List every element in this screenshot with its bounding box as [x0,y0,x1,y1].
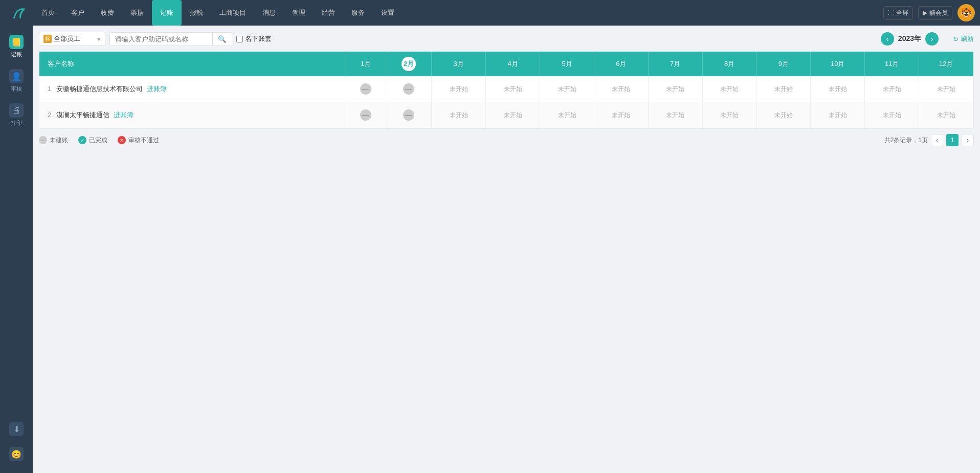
nav-tax[interactable]: 报税 [182,0,211,26]
page-footer: — 未建账 ✓ 已完成 ✕ 审核不通过 共2条记录，1页 ‹ 1 › [39,129,974,151]
search-button[interactable]: 🔍 [212,33,232,46]
total-records-label: 共2条记录，1页 [884,136,928,145]
next-year-button[interactable]: › [925,32,939,46]
user-icon: 😊 [9,447,24,461]
main-content: 标 全部员工 ▾ 🔍 名下账套 ‹ 2023年 › ↻ 刷新 [33,26,980,473]
col-month-10: 10月 [811,52,865,76]
month-cell-1: — [346,76,386,102]
legend-not-built: — 未建账 [39,136,68,145]
nav-client[interactable]: 客户 [63,0,93,26]
page-info: 共2条记录，1页 ‹ 1 › [884,134,974,146]
row-index: 2 [48,111,53,119]
checkbox-text: 名下账套 [245,34,272,43]
fullscreen-label: 全屏 [896,9,908,17]
logo [5,0,33,26]
search-wrap: 🔍 [109,32,232,46]
prev-year-button[interactable]: ‹ [881,32,894,46]
col-month-4: 4月 [486,52,540,76]
nav-settings[interactable]: 设置 [373,0,403,26]
nav-service[interactable]: 服务 [343,0,373,26]
legend-red-icon: ✕ [118,136,126,144]
month-cell-1: — [346,102,386,128]
employee-select[interactable]: 标 全部员工 ▾ [39,32,105,46]
employee-label: 全部员工 [54,34,80,43]
client-name: 漠澜太平畅捷通信 [56,111,109,119]
review-icon: 👤 [9,69,24,83]
table-row: 2 漠澜太平畅捷通信进账簿——未开始未开始未开始未开始未开始未开始未开始未开始未… [39,102,973,128]
enter-ledger-link[interactable]: 进账簿 [147,85,167,93]
sidebar-item-review-label: 审核 [11,85,22,93]
month-cell-3: 未开始 [432,102,486,128]
account-checkbox[interactable] [236,36,243,42]
col-month-12: 12月 [919,52,973,76]
refresh-label: 刷新 [961,34,974,43]
dash-circle: — [360,109,371,121]
page-next-button[interactable]: › [962,134,974,146]
nav-business[interactable]: 工商项目 [211,0,254,26]
legend-gray-icon: — [39,136,47,144]
month-cell-12: 未开始 [919,102,973,128]
month-cell-6: 未开始 [594,76,648,102]
sidebar-item-accounting-label: 记账 [11,51,22,58]
month-cell-10: 未开始 [811,102,865,128]
col-month-2: 2月 [386,52,432,76]
row-index: 1 [48,85,53,93]
nav-menu: 首页 客户 收费 票据 记账 报税 工商项目 消息 管理 经营 服务 设置 [33,0,883,26]
sidebar-item-print[interactable]: 🖨 打印 [2,99,31,131]
refresh-button[interactable]: ↻ 刷新 [953,34,974,43]
client-name-cell: 1 安徽畅捷通信息技术有限公司进账簿 [39,76,346,102]
month-cell-11: 未开始 [865,76,919,102]
nav-home[interactable]: 首页 [33,0,63,26]
nav-message[interactable]: 消息 [254,0,284,26]
print-icon: 🖨 [9,103,24,118]
sidebar-item-review[interactable]: 👤 审核 [2,65,31,97]
nav-accounting[interactable]: 记账 [152,0,182,26]
sidebar-item-accounting[interactable]: 📒 记账 [2,31,31,62]
month-cell-5: 未开始 [540,102,594,128]
table-row: 1 安徽畅捷通信息技术有限公司进账簿——未开始未开始未开始未开始未开始未开始未开… [39,76,973,102]
chevron-down-icon: ▾ [97,35,101,43]
nav-operation[interactable]: 经营 [314,0,343,26]
fullscreen-icon: ⛶ [888,9,894,16]
top-nav: 首页 客户 收费 票据 记账 报税 工商项目 消息 管理 经营 服务 设置 ⛶ … [0,0,980,26]
sidebar: 📒 记账 👤 审核 🖨 打印 ⬇ 😊 [0,26,33,473]
vip-icon: ▶ [923,9,927,16]
sidebar-item-user[interactable]: 😊 [2,443,31,465]
month-cell-6: 未开始 [594,102,648,128]
vip-button[interactable]: ▶ 畅会员 [918,6,952,20]
page-prev-button[interactable]: ‹ [931,134,943,146]
legend-not-built-label: 未建账 [50,136,68,145]
month-cell-3: 未开始 [432,76,486,102]
enter-ledger-link[interactable]: 进账簿 [114,111,133,119]
month-cell-8: 未开始 [702,76,756,102]
month-cell-2: — [386,76,432,102]
checkbox-label[interactable]: 名下账套 [236,34,272,43]
accounting-icon: 📒 [9,35,24,49]
month-cell-9: 未开始 [756,76,811,102]
col-month-8: 8月 [702,52,756,76]
col-month-5: 5月 [540,52,594,76]
avatar[interactable]: 🐯 [957,4,975,21]
month-cell-7: 未开始 [648,76,702,102]
month-cell-2: — [386,102,432,128]
nav-fee[interactable]: 收费 [93,0,122,26]
search-input[interactable] [110,33,212,46]
page-1-button[interactable]: 1 [946,134,959,146]
legend-completed-label: 已完成 [89,136,107,145]
month-cell-4: 未开始 [486,102,540,128]
col-client-name: 客户名称 [39,52,346,76]
month-cell-10: 未开始 [811,76,865,102]
nav-invoice[interactable]: 票据 [122,0,152,26]
sidebar-item-download[interactable]: ⬇ [2,418,31,440]
nav-manage[interactable]: 管理 [284,0,314,26]
month-cell-9: 未开始 [756,102,811,128]
toolbar: 标 全部员工 ▾ 🔍 名下账套 ‹ 2023年 › ↻ 刷新 [39,32,974,46]
col-month-11: 11月 [865,52,919,76]
dash-circle: — [403,83,414,95]
fullscreen-button[interactable]: ⛶ 全屏 [883,6,913,20]
refresh-icon: ↻ [953,35,959,43]
legend-completed: ✓ 已完成 [78,136,107,145]
year-label: 2023年 [898,34,921,43]
col-month-7: 7月 [648,52,702,76]
col-month-6: 6月 [594,52,648,76]
